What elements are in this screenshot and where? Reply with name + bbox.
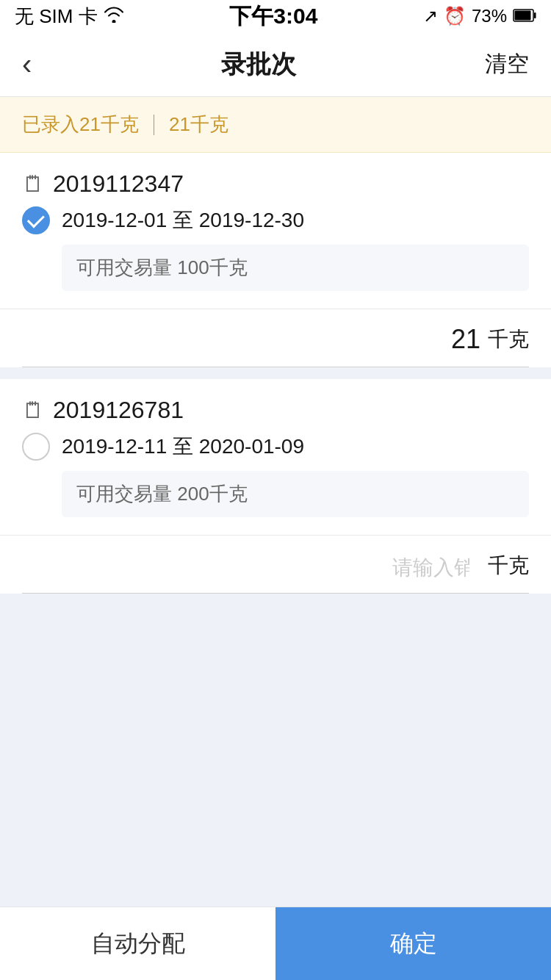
batch-number-1: 2019112347 [53,170,184,198]
radio-button-2[interactable] [22,433,50,461]
available-qty-1: 可用交易量 100千克 [62,245,529,291]
status-left: 无 SIM 卡 [15,4,124,29]
no-sim-text: 无 SIM 卡 [15,4,98,29]
wifi-icon [104,5,124,28]
status-right: ↗ ⏰ 73% [423,6,536,26]
battery-text: 73% [472,6,507,26]
qty-input-2[interactable] [392,550,480,581]
qty-unit-1: 千克 [488,325,529,353]
location-icon: ↗ [423,6,438,26]
info-value: 21千克 [169,112,228,137]
alarm-icon: ⏰ [444,6,466,26]
nav-bar: ‹ 录批次 清空 [0,32,551,97]
auto-distribute-button[interactable]: 自动分配 [0,907,276,980]
available-qty-label-1: 可用交易量 100千克 [76,256,248,278]
batch-date-row-2: 2019-12-11 至 2020-01-09 [22,433,529,461]
svg-rect-1 [514,11,530,21]
batch-doc-icon-2: 🗒 [22,398,44,423]
clear-button[interactable]: 清空 [485,49,529,79]
qty-row-1: 21 千克 [0,309,551,367]
footer: 自动分配 确定 [0,907,551,980]
back-button[interactable]: ‹ [22,48,32,81]
batch-number-2: 2019126781 [53,397,184,424]
content-area: 🗒 2019112347 2019-12-01 至 2019-12-30 可用交… [0,153,551,594]
batch-doc-icon-1: 🗒 [22,172,44,197]
battery-icon [513,6,536,26]
batch-date-2: 2019-12-11 至 2020-01-09 [62,433,304,461]
batch-header-2: 🗒 2019126781 [22,397,529,424]
info-divider [154,115,154,135]
confirm-button[interactable]: 确定 [276,907,551,980]
batch-header-1: 🗒 2019112347 [22,170,529,198]
radio-button-1[interactable] [22,206,50,234]
section-divider [0,367,551,379]
page-title: 录批次 [221,48,296,82]
qty-value-1: 21 [451,324,480,355]
recorded-label: 已录入21千克 [22,112,139,137]
info-bar: 已录入21千克 21千克 [0,97,551,153]
available-qty-2: 可用交易量 200千克 [62,471,529,517]
svg-rect-2 [534,12,536,18]
status-time: 下午3:04 [229,1,317,32]
batch-item-2: 🗒 2019126781 2019-12-11 至 2020-01-09 可用交… [0,379,551,536]
qty-row-2[interactable]: 千克 [0,536,551,593]
batch-item-1: 🗒 2019112347 2019-12-01 至 2019-12-30 可用交… [0,153,551,309]
available-qty-label-2: 可用交易量 200千克 [76,483,248,505]
bottom-space [0,594,551,909]
batch-date-1: 2019-12-01 至 2019-12-30 [62,206,304,234]
batch-date-row-1: 2019-12-01 至 2019-12-30 [22,206,529,234]
qty-unit-2: 千克 [488,552,529,580]
status-bar: 无 SIM 卡 下午3:04 ↗ ⏰ 73% [0,0,551,32]
